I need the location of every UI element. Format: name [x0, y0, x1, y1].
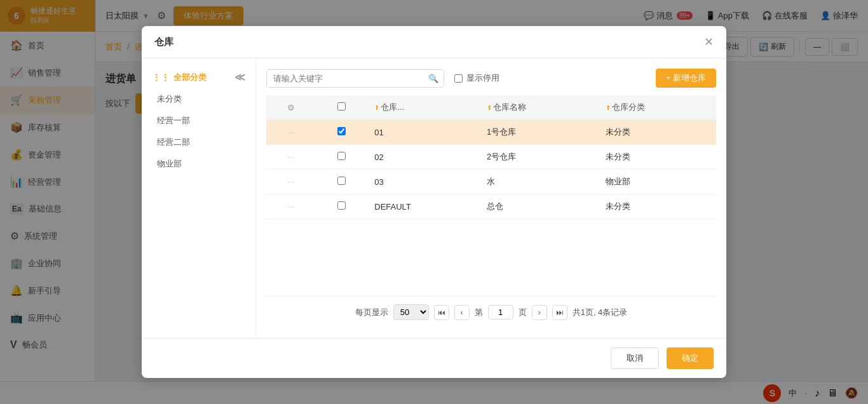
- row-cb-3[interactable]: [316, 194, 367, 219]
- prev-page-btn[interactable]: ‹: [454, 305, 470, 320]
- warehouse-dialog: 仓库 ✕ ⋮⋮ 全部分类 ≪ 未分类 经营一部 经营二部 物业部 🔍: [142, 26, 726, 378]
- row-code-3: DEFAULT: [367, 194, 479, 219]
- row-gear-3: ···: [266, 194, 316, 219]
- sort-icon-cat: ⬆: [606, 104, 611, 111]
- search-icon[interactable]: 🔍: [423, 74, 444, 83]
- row-code-2: 03: [367, 170, 479, 194]
- row-code-1: 02: [367, 145, 479, 170]
- row-category-0: 未分类: [598, 120, 716, 145]
- row-cb-1[interactable]: [316, 145, 367, 170]
- page-unit: 页: [519, 307, 527, 318]
- next-page-btn[interactable]: ›: [532, 305, 547, 320]
- row-category-1: 未分类: [598, 145, 716, 170]
- show-disabled-checkbox[interactable]: [454, 74, 463, 83]
- all-category-btn[interactable]: ⋮⋮ 全部分类 ≪: [142, 66, 255, 88]
- search-box: 🔍: [266, 69, 444, 88]
- cat-item-uncategorized[interactable]: 未分类: [142, 88, 255, 110]
- search-row: 🔍 显示停用 + 新增仓库: [266, 69, 716, 88]
- row-name-2: 水: [479, 170, 597, 194]
- row-gear-1: ···: [266, 145, 316, 170]
- table-row[interactable]: ··· DEFAULT 总仓 未分类: [266, 194, 716, 219]
- row-gear-0: ···: [266, 120, 316, 145]
- cat-item-property[interactable]: 物业部: [142, 153, 255, 175]
- per-page-select-wrap: 50 100 200: [393, 304, 429, 320]
- dialog-footer: 取消 确定: [142, 338, 726, 378]
- row-gear-2: ···: [266, 170, 316, 194]
- row-cb-2[interactable]: [316, 170, 367, 194]
- pagination: 每页显示 50 100 200 ⏮ ‹ 第 页 › ⏭ 共1页, 4条记录: [266, 296, 716, 328]
- table-row[interactable]: ··· 01 1号仓库 未分类: [266, 120, 716, 145]
- cancel-btn[interactable]: 取消: [611, 347, 659, 369]
- dialog-header: 仓库 ✕: [142, 26, 726, 58]
- per-page-select[interactable]: 50 100 200: [393, 304, 429, 320]
- page-input[interactable]: [488, 305, 513, 320]
- table-row[interactable]: ··· 02 2号仓库 未分类: [266, 145, 716, 170]
- warehouse-table: ⚙ ⬆仓库... ⬆仓库名称 ⬆仓库分类 ··· 01 1号仓库 未分类 ···…: [266, 95, 716, 291]
- search-input[interactable]: [267, 70, 423, 87]
- row-cb-0[interactable]: [316, 120, 367, 145]
- dialog-close-btn[interactable]: ✕: [704, 35, 714, 49]
- table-row[interactable]: ··· 03 水 物业部: [266, 170, 716, 194]
- col-settings: ⚙: [266, 95, 316, 120]
- col-code: ⬆仓库...: [367, 95, 479, 120]
- row-name-1: 2号仓库: [479, 145, 597, 170]
- last-page-btn[interactable]: ⏭: [552, 305, 567, 320]
- grid-icon: ⋮⋮: [152, 72, 170, 83]
- category-sidebar: ⋮⋮ 全部分类 ≪ 未分类 经营一部 经营二部 物业部: [142, 58, 256, 338]
- sort-icon-code: ⬆: [374, 104, 379, 111]
- first-page-btn[interactable]: ⏮: [434, 305, 449, 320]
- row-category-2: 物业部: [598, 170, 716, 194]
- show-disabled-label: 显示停用: [454, 72, 499, 84]
- per-page-label: 每页显示: [355, 307, 388, 318]
- select-all-checkbox[interactable]: [337, 102, 346, 111]
- row-name-3: 总仓: [479, 194, 597, 219]
- sort-icon-name: ⬆: [487, 104, 492, 111]
- collapse-icon[interactable]: ≪: [234, 71, 245, 83]
- row-category-3: 未分类: [598, 194, 716, 219]
- row-code-0: 01: [367, 120, 479, 145]
- col-category: ⬆仓库分类: [598, 95, 716, 120]
- new-warehouse-btn[interactable]: + 新增仓库: [656, 69, 716, 88]
- row-name-0: 1号仓库: [479, 120, 597, 145]
- col-checkbox: [316, 95, 367, 120]
- page-label: 第: [475, 307, 483, 318]
- confirm-btn[interactable]: 确定: [667, 347, 714, 369]
- dialog-main-content: 🔍 显示停用 + 新增仓库 ⚙ ⬆仓库... ⬆仓库名称: [256, 58, 726, 338]
- dialog-body: ⋮⋮ 全部分类 ≪ 未分类 经营一部 经营二部 物业部 🔍 显示停用: [142, 58, 726, 338]
- col-name: ⬆仓库名称: [479, 95, 597, 120]
- cat-item-dept1[interactable]: 经营一部: [142, 110, 255, 131]
- dialog-title: 仓库: [154, 36, 173, 48]
- gear-icon: ⚙: [287, 103, 295, 112]
- total-text: 共1页, 4条记录: [573, 307, 628, 318]
- cat-item-dept2[interactable]: 经营二部: [142, 131, 255, 153]
